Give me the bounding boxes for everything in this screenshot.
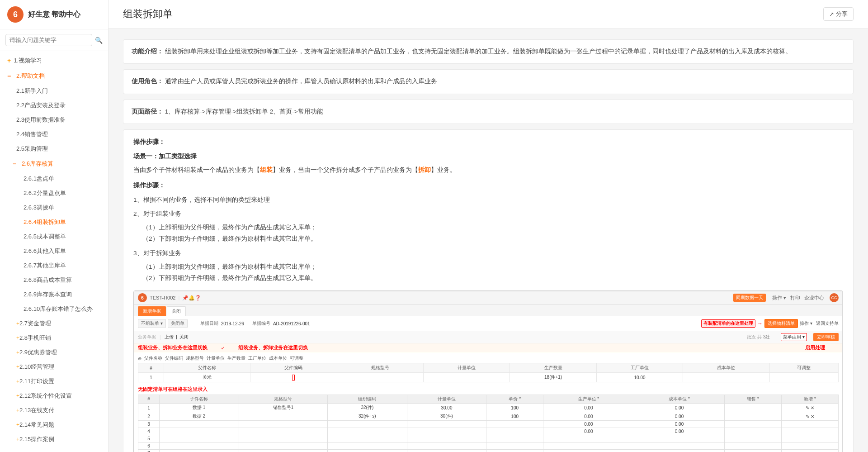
mock-toolbar-more: 操作 ▾ 返回支持单 <box>800 320 839 327</box>
step3: 3、对于拆卸业务 <box>133 247 843 259</box>
th-ffactory: 工厂单位 <box>596 363 683 373</box>
step3-subs: （1）上部明细为父件明细，最终作为原材料生成其它出库单； （2）下部明细为子件明… <box>142 261 843 284</box>
mock-table1-qty: 生产数量 <box>227 355 245 362</box>
nav-section: + 1.视频学习 − 2.帮助文档 2.1新手入门 2.2产品安装及登录 2.3… <box>0 51 108 448</box>
sidebar-item-docs-210[interactable]: + 2.10经营管理 <box>0 360 108 374</box>
sidebar-item-docs-29[interactable]: + 2.9优惠券管理 <box>0 345 108 360</box>
screenshot-mockup: 6 TEST-H002 | 📌🔔❓ 同期数据一天 操作 ▾ 打印 企业中心 CC… <box>133 290 843 452</box>
sidebar-item-docs-23[interactable]: 2.3使用前数据准备 <box>0 113 108 127</box>
sidebar-sub-label-25: 2.5采购管理 <box>16 145 48 153</box>
mock-table1-unit: 计量单位 <box>207 355 225 362</box>
td2-ccost: 0.00 <box>634 412 725 421</box>
mock-date-label: 单据日期 <box>200 320 218 327</box>
main-header: 组装拆卸单 ↗ 分享 <box>108 0 868 29</box>
sidebar-item-docs-213[interactable]: + 2.13在线支付 <box>0 403 108 418</box>
mock-btn-audit[interactable]: 关闭单 <box>168 319 188 328</box>
mock-tab-close[interactable]: 关闭 <box>167 306 186 316</box>
step2-sub1: （1）上部明细为父件明细，最终作为产成品生成其它入库单； <box>142 222 843 233</box>
plus-icon-214: + <box>16 422 19 428</box>
sidebar-item-docs-214[interactable]: + 2.14常见问题 <box>0 418 108 432</box>
sidebar-item-docs-21[interactable]: 2.1新手入门 <box>0 84 108 98</box>
td-fname: 关米 <box>164 373 250 382</box>
th2-cspec: 规格型号 <box>239 395 327 404</box>
mock-table1-code: 父件编码 <box>165 355 183 362</box>
td2-cspec <box>239 412 327 421</box>
arrow-left-icon: ↙ <box>221 345 225 350</box>
share-icon: ↗ <box>829 11 834 18</box>
sidebar-item-docs-27[interactable]: + 2.7资金管理 <box>0 316 108 331</box>
mock-btn-select-bom[interactable]: 选择物料清单 <box>764 319 798 328</box>
sidebar: 6 好生意 帮助中心 🔍 + 1.视频学习 − 2.帮助文档 2.1新手入门 2… <box>0 0 108 452</box>
sidebar-sub-label-26: 2.6库存核算 <box>22 160 53 168</box>
sidebar-item-docs-262[interactable]: 2.6.2分量盘点单 <box>0 186 108 200</box>
path-label: 页面路径： <box>132 108 163 115</box>
mock-tab-new[interactable]: 新增单据 <box>138 306 166 316</box>
td-ffactory: 10.00 <box>596 373 683 382</box>
td-row-no: 1 <box>138 373 164 382</box>
mock-topbar-btn[interactable]: 同期数据一天 <box>733 294 766 302</box>
mock-date-value: 2019-12-26 <box>221 321 244 326</box>
td2-cnew: ✎ ✕ <box>782 412 839 421</box>
mock-topbar: 6 TEST-H002 | 📌🔔❓ 同期数据一天 操作 ▾ 打印 企业中心 CC <box>134 291 842 305</box>
plus-icon-28: + <box>16 335 19 341</box>
sidebar-item-docs-263[interactable]: 2.6.3调拨单 <box>0 200 108 215</box>
sidebar-item-docs-215[interactable]: + 2.15操作案例 <box>0 432 108 447</box>
annotation2-text: 组装业务、拆卸业务在这里切换 <box>138 344 208 351</box>
annotation4-text: 无固定清单可在组格在这里录入 <box>138 386 839 393</box>
sidebar-item-docs-26[interactable]: − 2.6库存核算 <box>0 156 108 171</box>
sidebar-sub-label-21: 2.1新手入门 <box>16 87 48 95</box>
page-title: 组装拆卸单 <box>123 7 173 21</box>
sidebar-sub-label-263: 2.6.3调拨单 <box>24 204 54 212</box>
th2-cprod: 生产单位 * <box>543 395 634 404</box>
sidebar-item-docs-268[interactable]: 2.6.8商品成本重算 <box>0 273 108 287</box>
td2-cname: 数据 1 <box>159 404 239 412</box>
sidebar-sub-label-210: 2.10经营管理 <box>19 363 54 371</box>
mock-type-select[interactable]: 菜单由用 ▾ <box>781 333 807 341</box>
td2-no: 2 <box>138 412 160 421</box>
sidebar-item-docs-261[interactable]: 2.6.1盘点单 <box>0 171 108 186</box>
sidebar-item-docs-2610[interactable]: 2.6.10库存账本错了怎么办 <box>0 302 108 316</box>
sidebar-item-docs-267[interactable]: 2.6.7其他出库单 <box>0 258 108 273</box>
mock-btn-save[interactable]: 不组装单 ▾ <box>138 319 166 328</box>
sidebar-item-docs-266[interactable]: 2.6.6其他入库单 <box>0 244 108 258</box>
td2-ccode: 32(件) <box>328 404 407 412</box>
mock-table2: # 子件名称 规格型号 组织编码 计量单位 单价 * 生产单位 * 成本单位 *… <box>138 395 839 452</box>
sidebar-item-docs-212[interactable]: + 2.12系统个性化设置 <box>0 389 108 403</box>
sidebar-item-docs-25[interactable]: 2.5采购管理 <box>0 142 108 156</box>
td2-cnew: ✎ ✕ <box>782 404 839 412</box>
sidebar-item-docs-264[interactable]: 2.6.4组装拆卸单 <box>0 215 108 229</box>
sidebar-sub-label-211: 2.11打印设置 <box>19 377 54 385</box>
search-input[interactable] <box>5 34 92 46</box>
sidebar-sub-label-266: 2.6.6其他入库单 <box>24 247 66 255</box>
share-button[interactable]: ↗ 分享 <box>823 7 854 21</box>
search-icon[interactable]: 🔍 <box>95 37 103 44</box>
table-row: 2 数据 2 32(件+s) 30(件) 100 0.00 0.00 ✎ <box>138 412 839 421</box>
sidebar-sub-label-213: 2.13在线支付 <box>19 406 54 414</box>
sidebar-item-docs-269[interactable]: 2.6.9库存账本查询 <box>0 287 108 302</box>
td-fspec <box>337 373 423 382</box>
sidebar-item-video[interactable]: + 1.视频学习 <box>0 53 108 68</box>
td2-cprice: 100 <box>486 412 543 421</box>
steps-container: 操作步骤： 场景一：加工类型选择 当由多个子件材料组装成一个成品的业务为【组装】… <box>123 129 854 452</box>
mock-toolbar: 不组装单 ▾ 关闭单 单据日期 2019-12-26 单据编号 AD-20191… <box>134 316 842 331</box>
mock-table1-cost: 成本单位 <box>269 355 287 362</box>
sidebar-item-docs-28[interactable]: + 2.8手机旺铺 <box>0 331 108 345</box>
th-fadj: 可调整 <box>769 363 838 373</box>
role-text: 通常由生产人员或库管人员完成拆装业务的操作，库管人员确认原材料的出库和产成品的入… <box>165 78 437 85</box>
sidebar-item-docs[interactable]: − 2.帮助文档 <box>0 68 108 84</box>
th-fname: 父件名称 <box>164 363 250 373</box>
mock-subtoolbar-right: 立即审核 <box>813 333 839 341</box>
sidebar-item-docs-22[interactable]: 2.2产品安装及登录 <box>0 98 108 113</box>
scene1-desc: 当由多个子件材料组装成一个成品的业务为【组装】业务，当由一个父件拆分成多个子产品… <box>133 164 843 176</box>
sidebar-item-docs-265[interactable]: 2.6.5成本调整单 <box>0 229 108 244</box>
sidebar-sub-label-267: 2.6.7其他出库单 <box>24 262 66 270</box>
th2-ccost: 成本单位 * <box>634 395 725 404</box>
sidebar-item-docs-label: 2.帮助文档 <box>16 72 45 80</box>
th2-cnew: 新增 * <box>782 395 839 404</box>
th-no: # <box>138 363 164 373</box>
sidebar-item-docs-24[interactable]: 2.4销售管理 <box>0 127 108 142</box>
sidebar-item-docs-211[interactable]: + 2.11打印设置 <box>0 374 108 389</box>
mock-table1-icon: ⊕ <box>138 356 142 361</box>
mock-btn-confirm[interactable]: 立即审核 <box>813 333 839 341</box>
th2-csales: 销售 * <box>725 395 782 404</box>
